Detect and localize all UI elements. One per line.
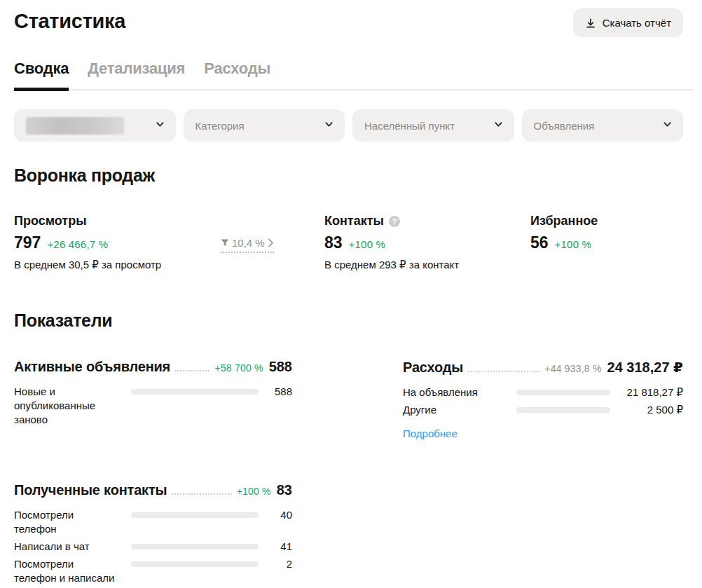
expenses-delta: +44 933,8 % (544, 363, 601, 374)
metric-row: На объявления 21 818,27 ₽ (403, 385, 683, 399)
row-value: 41 (273, 540, 292, 554)
funnel-card-views: Просмотры 797 +26 466,7 % В среднем 30,5… (14, 214, 221, 271)
row-value: 588 (273, 385, 292, 399)
metric-active-ads: Активные объявления +58 700 % 588 Новые … (14, 359, 292, 440)
favorites-title: Избранное (530, 214, 683, 228)
chevron-down-icon (662, 119, 673, 132)
favorites-value: 56 (530, 233, 549, 252)
help-icon[interactable]: ? (389, 216, 400, 227)
filter-location-dropdown[interactable]: Населённый пункт (352, 109, 514, 142)
row-value: 2 (273, 557, 292, 571)
tab-details[interactable]: Детализация (88, 60, 185, 91)
contacts-delta: +100 % (349, 238, 386, 250)
empty-cell (403, 482, 683, 588)
bar-track (516, 385, 610, 399)
filter-account-dropdown[interactable] (14, 109, 176, 142)
conversion-value: 10,4 % (232, 237, 265, 249)
page-title: Статистика (14, 8, 125, 33)
funnel-row: Просмотры 797 +26 466,7 % В среднем 30,5… (14, 214, 683, 271)
active-ads-total: 588 (269, 359, 292, 375)
filter-location-label: Населённый пункт (364, 120, 455, 132)
expenses-title: Расходы (403, 360, 463, 376)
download-report-label: Скачать отчёт (603, 17, 671, 29)
metric-row: Другие 2 500 ₽ (403, 403, 683, 417)
bar-track (131, 540, 259, 554)
bar-track (131, 385, 259, 399)
chevron-down-icon (493, 119, 504, 132)
tab-summary[interactable]: Сводка (14, 60, 69, 91)
expenses-total: 24 318,27 ₽ (607, 359, 683, 376)
filter-category-dropdown[interactable]: Категория (184, 109, 345, 142)
conversion-badge[interactable]: 10,4 % (221, 237, 274, 253)
views-value: 797 (14, 233, 41, 252)
favorites-delta: +100 % (555, 238, 592, 250)
metric-row: Написали в чат 41 (14, 540, 292, 554)
chevron-down-icon (155, 119, 165, 132)
chevron-right-icon (268, 238, 274, 247)
contacts-title: Контакты (324, 214, 384, 228)
tabs-bar: Сводка Детализация Расходы (14, 60, 694, 90)
metric-row: Новые и опубликованные заново 588 (14, 385, 292, 427)
topbar: Статистика Скачать отчёт (14, 8, 683, 37)
metrics-grid: Активные объявления +58 700 % 588 Новые … (14, 359, 683, 588)
views-title: Просмотры (14, 214, 221, 228)
row-value: 40 (273, 508, 292, 522)
bar-track (131, 557, 259, 571)
metric-row: Посмотрели телефон 40 (14, 508, 292, 536)
active-ads-delta: +58 700 % (214, 362, 263, 374)
funnel-card-contacts: Контакты ? 83 +100 % В среднем 293 ₽ за … (324, 214, 530, 271)
redacted-account-value (26, 117, 124, 135)
tab-expenses[interactable]: Расходы (204, 60, 270, 91)
chevron-down-icon (324, 119, 334, 132)
filter-ads-label: Объявления (534, 120, 595, 132)
received-contacts-total: 83 (277, 482, 292, 498)
row-label: Написали в чат (14, 540, 117, 554)
funnel-heading: Воронка продаж (14, 165, 683, 186)
funnel-card-favorites: Избранное 56 +100 % (530, 214, 683, 271)
dotted-leader (175, 370, 209, 371)
contacts-value: 83 (324, 233, 343, 252)
received-contacts-delta: +100 % (237, 486, 271, 497)
views-subtitle: В среднем 30,5 ₽ за просмотр (14, 259, 221, 271)
filters-row: Категория Населённый пункт Объявления (14, 109, 683, 142)
indicators-heading: Показатели (14, 310, 683, 331)
expenses-details-link[interactable]: Подробнее (403, 428, 457, 439)
active-ads-title: Активные объявления (14, 359, 170, 375)
row-value: 21 818,27 ₽ (624, 385, 683, 399)
row-label: Посмотрели телефон и написали в чат (14, 557, 117, 588)
row-label: На объявления (403, 385, 502, 399)
views-delta: +26 466,7 % (47, 238, 108, 250)
funnel-icon (221, 239, 229, 247)
download-report-button[interactable]: Скачать отчёт (573, 8, 683, 37)
row-label: Посмотрели телефон (14, 508, 117, 536)
metric-row: Посмотрели телефон и написали в чат 2 (14, 557, 292, 588)
dotted-leader (172, 493, 231, 495)
filter-category-label: Категория (195, 120, 245, 132)
conversion-wrap: 10,4 % (221, 214, 324, 271)
row-label: Новые и опубликованные заново (14, 385, 117, 427)
row-value: 2 500 ₽ (624, 403, 683, 417)
bar-track (516, 403, 610, 417)
bar-track (131, 508, 259, 522)
filter-ads-dropdown[interactable]: Объявления (522, 109, 684, 142)
metric-expenses: Расходы +44 933,8 % 24 318,27 ₽ На объяв… (403, 359, 683, 440)
download-icon (585, 18, 596, 29)
statistics-page: Статистика Скачать отчёт Сводка Детализа… (0, 0, 702, 588)
row-label: Другие (403, 403, 502, 417)
received-contacts-title: Полученные контакты (14, 482, 167, 498)
contacts-subtitle: В среднем 293 ₽ за контакт (324, 259, 530, 271)
dotted-leader (468, 371, 539, 372)
metric-received-contacts: Полученные контакты +100 % 83 Посмотрели… (14, 482, 292, 588)
